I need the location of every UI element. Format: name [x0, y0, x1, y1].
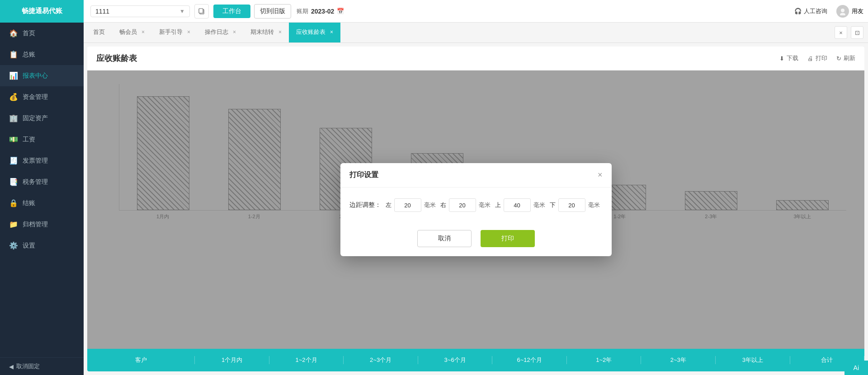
- sidebar-label-assets: 固定资产: [23, 114, 48, 122]
- sidebar-item-settings[interactable]: ⚙️ 设置: [0, 235, 84, 256]
- sidebar-item-assets[interactable]: 🏢 固定资产: [0, 108, 84, 129]
- main-layout: 🏠 首页 📋 总账 📊 报表中心 💰 资金管理 🏢 固定资产 💵 工资: [0, 23, 868, 375]
- right-direction-label: 右: [440, 201, 446, 209]
- right-unit-label: 毫米: [479, 201, 491, 209]
- sidebar-item-tax[interactable]: 📑 税务管理: [0, 171, 84, 192]
- user-avatar: [836, 5, 849, 18]
- sidebar-label-settings: 设置: [23, 242, 35, 250]
- sidebar-item-home[interactable]: 🏠 首页: [0, 23, 84, 44]
- bottom-table-header: 客户 1个月内 1~2个月 2~3个月 3~6个月 6~12个月 1~2年 2~…: [87, 349, 864, 371]
- table-col-6-12m: 6~12个月: [492, 356, 567, 364]
- calendar-icon[interactable]: 📅: [337, 8, 344, 14]
- margin-row: 边距调整： 左 毫米 右 毫米: [349, 198, 603, 212]
- app-name: 畅捷通易代账: [22, 7, 62, 15]
- home-icon: 🏠: [9, 29, 18, 38]
- sidebar-item-salary[interactable]: 💵 工资: [0, 129, 84, 150]
- refresh-button[interactable]: ↻ 刷新: [836, 54, 855, 62]
- sidebar-label-salary: 工资: [23, 136, 35, 144]
- company-selector[interactable]: 1111 ▼: [90, 5, 190, 17]
- table-col-2-3m: 2~3个月: [344, 356, 418, 364]
- sidebar-item-archive[interactable]: 📁 归档管理: [0, 214, 84, 235]
- headset-icon: 🎧: [794, 8, 802, 14]
- tab-oplog-close-icon[interactable]: ×: [233, 29, 236, 35]
- print-button[interactable]: 🖨 打印: [807, 54, 827, 62]
- ai-button[interactable]: Ai: [844, 361, 868, 375]
- margin-right-input[interactable]: [449, 198, 476, 212]
- tab-period-close-label: 期末结转: [250, 28, 274, 36]
- top-header: 畅捷通易代账 1111 ▼ 工作台 切到旧版 账期 2023-02 📅 🎧 人工…: [0, 0, 868, 23]
- sidebar-scroll: 🏠 首页 📋 总账 📊 报表中心 💰 资金管理 🏢 固定资产 💵 工资: [0, 23, 84, 357]
- sidebar-label-ledger: 总账: [23, 51, 35, 59]
- margin-bottom-group: 下 毫米: [550, 198, 600, 212]
- human-consult-button[interactable]: 🎧 人工咨询: [794, 7, 827, 15]
- page-actions: ⬇ 下载 🖨 打印 ↻ 刷新: [779, 54, 855, 62]
- bottom-direction-label: 下: [550, 201, 556, 209]
- download-icon: ⬇: [779, 55, 784, 62]
- copy-icon: [198, 8, 205, 15]
- sidebar-label-home: 首页: [23, 29, 35, 38]
- margin-right-group: 右 毫米: [440, 198, 491, 212]
- archive-icon: 📁: [9, 220, 18, 229]
- sidebar-collapse-button[interactable]: ◀ 取消固定: [0, 357, 84, 375]
- download-label: 下载: [787, 54, 798, 62]
- margin-bottom-input[interactable]: [558, 198, 585, 212]
- modal-overlay: 打印设置 × 边距调整： 左 毫米: [87, 70, 864, 349]
- table-col-3-6m: 3~6个月: [418, 356, 493, 364]
- tab-oplog[interactable]: 操作日志 ×: [198, 23, 243, 42]
- tab-aging-close-icon[interactable]: ×: [330, 29, 333, 35]
- dialog-header: 打印设置 ×: [340, 163, 612, 188]
- invoice-icon: 🧾: [9, 156, 18, 165]
- page-header: 应收账龄表 ⬇ 下载 🖨 打印 ↻ 刷新: [87, 47, 864, 70]
- tab-expand-button[interactable]: ⊡: [851, 26, 863, 39]
- download-button[interactable]: ⬇ 下载: [779, 54, 798, 62]
- pin-icon: ◀: [9, 363, 14, 370]
- switch-old-button[interactable]: 切到旧版: [254, 4, 291, 19]
- tab-aging[interactable]: 应收账龄表 ×: [289, 23, 340, 42]
- tab-period-close[interactable]: 期末结转 ×: [243, 23, 289, 42]
- confirm-print-button[interactable]: 打印: [481, 230, 535, 247]
- refresh-icon: ↻: [836, 55, 841, 62]
- sidebar: 🏠 首页 📋 总账 📊 报表中心 💰 资金管理 🏢 固定资产 💵 工资: [0, 23, 84, 375]
- table-col-1m: 1个月内: [195, 356, 269, 364]
- margin-label: 边距调整：: [349, 201, 381, 209]
- print-label: 打印: [816, 54, 827, 62]
- dialog-body: 边距调整： 左 毫米 右 毫米: [340, 188, 612, 223]
- tab-member[interactable]: 畅会员 ×: [112, 23, 152, 42]
- svg-point-2: [841, 9, 844, 12]
- tab-period-close-close-icon[interactable]: ×: [278, 29, 282, 35]
- table-col-1-2m: 1~2个月: [269, 356, 344, 364]
- svg-rect-1: [199, 9, 203, 13]
- tab-member-close-icon[interactable]: ×: [142, 29, 145, 35]
- user-area[interactable]: 用友: [836, 5, 863, 18]
- sidebar-item-invoice[interactable]: 🧾 发票管理: [0, 150, 84, 171]
- tab-guide-label: 新手引导: [159, 28, 183, 36]
- tab-guide-close-icon[interactable]: ×: [187, 29, 190, 35]
- tab-home[interactable]: 首页: [86, 23, 112, 42]
- margin-top-input[interactable]: [504, 198, 531, 212]
- tab-aging-label: 应收账龄表: [296, 28, 326, 36]
- settings-icon: ⚙️: [9, 241, 18, 250]
- reports-icon: 📊: [9, 71, 18, 80]
- dialog-close-icon[interactable]: ×: [598, 170, 603, 180]
- margin-left-group: 左 毫米: [386, 198, 436, 212]
- margin-top-group: 上 毫米: [495, 198, 545, 212]
- cancel-button[interactable]: 取消: [417, 230, 472, 247]
- sidebar-item-funds[interactable]: 💰 资金管理: [0, 86, 84, 108]
- workbench-button[interactable]: 工作台: [213, 5, 250, 18]
- salary-icon: 💵: [9, 135, 18, 144]
- copy-icon-button[interactable]: [194, 4, 209, 19]
- table-col-client: 客户: [87, 356, 195, 364]
- bottom-unit-label: 毫米: [588, 201, 600, 209]
- sidebar-item-close[interactable]: 🔒 结账: [0, 192, 84, 214]
- assets-icon: 🏢: [9, 114, 18, 122]
- logo-area: 畅捷通易代账: [0, 0, 84, 23]
- sidebar-item-reports[interactable]: 📊 报表中心: [0, 65, 84, 86]
- sidebar-item-ledger[interactable]: 📋 总账: [0, 44, 84, 65]
- top-unit-label: 毫米: [533, 201, 545, 209]
- margin-left-input[interactable]: [394, 198, 421, 212]
- table-col-1-2y: 1~2年: [567, 356, 642, 364]
- left-direction-label: 左: [386, 201, 392, 209]
- tab-guide[interactable]: 新手引导 ×: [152, 23, 198, 42]
- tab-member-label: 畅会员: [119, 28, 137, 36]
- tab-close-button[interactable]: ×: [835, 26, 847, 39]
